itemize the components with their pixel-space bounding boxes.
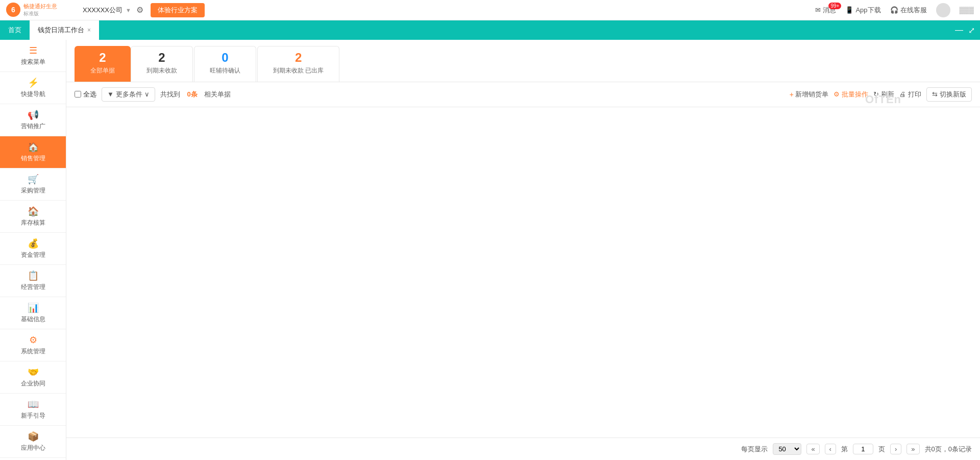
sidebar-item-label: 应用中心 <box>21 444 45 452</box>
new-sale-order-btn[interactable]: + 新增销货单 <box>790 90 828 99</box>
tab-qrhq-label: 钱货日清工作台 <box>38 26 84 35</box>
stat-num-wangwang: 0 <box>222 51 228 65</box>
switch-icon: ⇆ <box>932 90 938 98</box>
filter-icon: ▼ <box>107 90 114 98</box>
select-all-checkbox[interactable]: 全选 <box>75 90 96 99</box>
sidebar-item-purchase[interactable]: 🛒 采购管理 <box>0 168 66 201</box>
sidebar-item-enterprise[interactable]: 🤝 企业协同 <box>0 361 66 394</box>
sidebar-item-label: 新手引导 <box>21 411 45 420</box>
toolbar-right: + 新增销货单 ⚙ 批量操作 ↻ 刷新 🖨 打印 ⇆ 切换新版 <box>790 87 972 102</box>
total-label: 共0页，0条记录 <box>925 445 972 454</box>
sidebar-item-quick-nav[interactable]: ⚡ 快捷导航 <box>0 72 66 104</box>
inventory-icon: 🏠 <box>28 206 39 217</box>
sidebar-item-label: 经营管理 <box>21 283 45 292</box>
last-page-btn[interactable]: » <box>906 444 919 454</box>
found-suffix: 相关单据 <box>203 90 231 99</box>
sidebar: ☰ 搜索菜单 ⚡ 快捷导航 📢 营销推广 🏠 销售管理 🛒 采购管理 🏠 库存核… <box>0 40 66 460</box>
print-icon: 🖨 <box>899 90 906 98</box>
logo-text: 畅捷通好生意 <box>23 3 57 10</box>
stat-label-overdue-out: 到期未收款 已出库 <box>273 66 324 75</box>
tab-qrhq[interactable]: 钱货日清工作台 × <box>30 20 99 40</box>
batch-operation-btn[interactable]: ⚙ 批量操作 <box>834 90 868 99</box>
user-name[interactable]: ▓▓▓ <box>960 6 974 14</box>
sidebar-item-wechat[interactable]: 💬 企业微信 <box>0 458 66 460</box>
sidebar-item-label: 资金管理 <box>21 251 45 259</box>
top-bar: 6 畅捷通好生意 标准版 XXXXXX公司 ▼ ⚙ 体验行业方案 ✉ 消息 99… <box>0 0 980 20</box>
filter-dropdown-icon: ∨ <box>144 90 150 98</box>
switch-version-btn[interactable]: ⇆ 切换新版 <box>926 87 972 102</box>
app-download-btn[interactable]: 📱 App下载 <box>845 6 880 15</box>
stat-num-overdue-out: 2 <box>295 51 302 65</box>
app-center-icon: 📦 <box>28 431 39 442</box>
search-menu-icon: ☰ <box>29 45 37 56</box>
guide-icon: 📖 <box>28 399 39 410</box>
found-prefix: 共找到 <box>160 90 182 99</box>
found-count: 0条 <box>187 90 198 99</box>
user-label: ▓▓▓ <box>960 6 974 14</box>
sidebar-item-sales[interactable]: 🏠 销售管理 <box>0 136 66 168</box>
sidebar-item-label: 基础信息 <box>21 315 45 324</box>
switch-label: 切换新版 <box>940 90 966 99</box>
select-all-label: 全选 <box>83 90 96 99</box>
sidebar-item-label: 库存核算 <box>21 219 45 227</box>
sidebar-item-marketing[interactable]: 📢 营销推广 <box>0 104 66 136</box>
first-page-btn[interactable]: « <box>806 444 819 454</box>
gear-icon: ⚙ <box>136 6 143 14</box>
refresh-label: 刷新 <box>881 90 894 99</box>
more-filters-btn[interactable]: ▼ 更多条件 ∨ <box>102 87 155 102</box>
sidebar-item-finance[interactable]: 💰 资金管理 <box>0 233 66 265</box>
sidebar-item-app-center[interactable]: 📦 应用中心 <box>0 426 66 458</box>
stat-card-wangwang[interactable]: 0 旺辅待确认 <box>194 46 256 82</box>
message-btn[interactable]: ✉ 消息 99+ <box>815 6 836 15</box>
sidebar-item-basic-info[interactable]: 📊 基础信息 <box>0 297 66 329</box>
current-page-input[interactable] <box>853 444 873 454</box>
app-download-label: App下载 <box>855 6 880 15</box>
print-btn[interactable]: 🖨 打印 <box>899 90 921 99</box>
sidebar-item-search-menu[interactable]: ☰ 搜索菜单 <box>0 40 66 72</box>
purchase-icon: 🛒 <box>28 174 39 185</box>
batch-label: 批量操作 <box>842 90 868 99</box>
stat-card-overdue-out[interactable]: 2 到期未收款 已出库 <box>257 46 339 82</box>
online-service-btn[interactable]: 🎧 在线客服 <box>890 6 927 15</box>
service-icon: 🎧 <box>890 6 898 14</box>
refresh-btn[interactable]: ↻ 刷新 <box>873 90 894 99</box>
stat-cards-row: 2 全部单据 2 到期未收款 0 旺辅待确认 2 到期未收款 已出库 <box>66 40 980 82</box>
settings-icon-btn[interactable]: ⚙ <box>136 5 143 15</box>
more-filters-label: 更多条件 <box>116 90 142 99</box>
phone-icon: 📱 <box>845 6 853 14</box>
tab-home-label: 首页 <box>8 26 21 35</box>
sidebar-item-system[interactable]: ⚙ 系统管理 <box>0 329 66 361</box>
minimize-icon[interactable]: — <box>955 26 963 35</box>
message-badge: 99+ <box>828 3 841 9</box>
toolbar-left: 全选 ▼ 更多条件 ∨ 共找到 0条 相关单据 <box>75 87 783 102</box>
stat-label-overdue: 到期未收款 <box>146 66 177 75</box>
sidebar-item-guide[interactable]: 📖 新手引导 <box>0 394 66 426</box>
content-area: 2 全部单据 2 到期未收款 0 旺辅待确认 2 到期未收款 已出库 全选 <box>66 40 980 460</box>
new-btn-label: 新增销货单 <box>795 90 828 99</box>
basic-info-icon: 📊 <box>28 302 39 313</box>
stat-num-overdue: 2 <box>158 51 165 65</box>
batch-icon: ⚙ <box>834 90 840 98</box>
nav-tabs-right-controls: — ⤢ <box>955 26 980 35</box>
prev-page-btn[interactable]: ‹ <box>825 444 836 454</box>
sidebar-item-inventory[interactable]: 🏠 库存核算 <box>0 201 66 233</box>
next-page-btn[interactable]: › <box>890 444 901 454</box>
sidebar-item-operations[interactable]: 📋 经营管理 <box>0 265 66 297</box>
company-selector[interactable]: XXXXXX公司 ▼ <box>83 6 131 15</box>
plus-icon: + <box>790 90 794 99</box>
stat-card-all[interactable]: 2 全部单据 <box>75 46 131 82</box>
page-suffix-label: 页 <box>878 445 885 454</box>
avatar[interactable] <box>936 3 950 17</box>
maximize-icon[interactable]: ⤢ <box>968 26 975 35</box>
close-icon[interactable]: × <box>87 27 91 34</box>
tab-home[interactable]: 首页 <box>0 20 30 40</box>
select-all-input[interactable] <box>75 91 81 98</box>
sidebar-item-label: 系统管理 <box>21 347 45 356</box>
page-size-select[interactable]: 50 100 200 <box>773 443 801 455</box>
message-icon: ✉ <box>815 6 821 14</box>
quick-nav-icon: ⚡ <box>28 77 39 88</box>
trial-button[interactable]: 体验行业方案 <box>151 3 205 17</box>
sidebar-item-label: 销售管理 <box>21 154 45 163</box>
stat-card-overdue[interactable]: 2 到期未收款 <box>131 46 193 82</box>
system-icon: ⚙ <box>29 334 37 346</box>
